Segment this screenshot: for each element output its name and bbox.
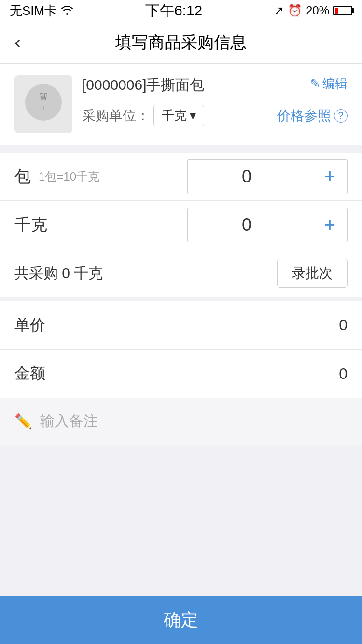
price-ref-label: 价格参照 bbox=[277, 107, 331, 125]
product-logo: 智 + bbox=[24, 83, 63, 126]
product-name: [0000006]手撕面包 bbox=[82, 75, 204, 95]
status-right: ↗ ⏰ 20% bbox=[274, 4, 352, 17]
unit-value: 千克 bbox=[162, 107, 187, 124]
unit-price-label: 单价 bbox=[14, 315, 45, 336]
location-icon: ↗ bbox=[274, 4, 284, 17]
notes-placeholder: 输入备注 bbox=[40, 411, 98, 431]
product-header: [0000006]手撕面包 ✎ 编辑 bbox=[82, 75, 348, 95]
bag-plus-button[interactable]: + bbox=[313, 159, 348, 194]
bag-quantity-row: 包 1包=10千克 + bbox=[0, 153, 362, 201]
unit-label: 采购单位： 千克 ▾ bbox=[82, 105, 204, 126]
fill-area bbox=[0, 445, 362, 589]
summary-row: 共采购 0 千克 录批次 bbox=[0, 249, 362, 297]
edit-icon: ✎ bbox=[310, 76, 320, 91]
unit-price-row: 单价 0 bbox=[0, 301, 362, 350]
bag-input-group: + bbox=[187, 159, 348, 194]
svg-text:+: + bbox=[42, 105, 45, 112]
back-button[interactable]: ‹ bbox=[14, 31, 21, 53]
confirm-button[interactable]: 确定 bbox=[0, 596, 362, 644]
price-ref-button[interactable]: 价格参照 ? bbox=[277, 107, 348, 125]
summary-text: 共采购 0 千克 bbox=[14, 264, 103, 283]
amount-row: 金额 0 bbox=[0, 350, 362, 398]
kg-quantity-row: 千克 + bbox=[0, 201, 362, 249]
product-image: 智 + bbox=[14, 75, 72, 133]
status-left: 无SIM卡 bbox=[10, 2, 73, 19]
svg-text:智: 智 bbox=[39, 92, 48, 101]
bag-hint: 1包=10千克 bbox=[39, 169, 99, 184]
kg-quantity-input[interactable] bbox=[187, 208, 313, 242]
wifi-icon bbox=[61, 3, 73, 18]
bag-quantity-input[interactable] bbox=[187, 159, 313, 194]
batch-button[interactable]: 录批次 bbox=[277, 259, 348, 288]
divider-1 bbox=[0, 149, 362, 153]
product-unit-row: 采购单位： 千克 ▾ 价格参照 ? bbox=[82, 105, 348, 126]
amount-label: 金额 bbox=[14, 363, 45, 384]
notes-section[interactable]: ✏️ 输入备注 bbox=[0, 398, 362, 445]
unit-price-value: 0 bbox=[339, 316, 348, 334]
unit-label-text: 采购单位： bbox=[82, 107, 150, 125]
unit-select[interactable]: 千克 ▾ bbox=[153, 105, 204, 126]
product-card: 智 + [0000006]手撕面包 ✎ 编辑 采购单位： 千克 ▾ 价格参照 ? bbox=[0, 64, 362, 149]
carrier-text: 无SIM卡 bbox=[10, 2, 57, 19]
nav-bar: ‹ 填写商品采购信息 bbox=[0, 21, 362, 64]
edit-label: 编辑 bbox=[322, 75, 348, 92]
notes-icon: ✏️ bbox=[14, 413, 32, 430]
status-time: 下午6:12 bbox=[145, 1, 202, 21]
status-bar: 无SIM卡 下午6:12 ↗ ⏰ 20% bbox=[0, 0, 362, 21]
product-info: [0000006]手撕面包 ✎ 编辑 采购单位： 千克 ▾ 价格参照 ? bbox=[82, 75, 348, 126]
svg-point-0 bbox=[25, 84, 62, 121]
page-title: 填写商品采购信息 bbox=[115, 31, 247, 54]
bag-label-text: 包 bbox=[14, 166, 31, 188]
kg-input-group: + bbox=[187, 208, 348, 242]
edit-button[interactable]: ✎ 编辑 bbox=[310, 75, 348, 92]
price-section: 单价 0 金额 0 bbox=[0, 301, 362, 398]
price-ref-help-icon: ? bbox=[334, 109, 348, 123]
alarm-icon: ⏰ bbox=[288, 4, 302, 17]
amount-value: 0 bbox=[339, 365, 348, 383]
battery-icon bbox=[333, 6, 352, 15]
dropdown-arrow: ▾ bbox=[190, 108, 196, 123]
kg-label-text: 千克 bbox=[14, 214, 47, 236]
confirm-label: 确定 bbox=[164, 608, 198, 632]
bag-label: 包 1包=10千克 bbox=[14, 166, 99, 188]
divider-2 bbox=[0, 297, 362, 301]
battery-percentage: 20% bbox=[306, 4, 329, 17]
kg-plus-button[interactable]: + bbox=[313, 208, 348, 242]
quantity-section: 包 1包=10千克 + 千克 + bbox=[0, 153, 362, 249]
kg-label: 千克 bbox=[14, 214, 47, 236]
